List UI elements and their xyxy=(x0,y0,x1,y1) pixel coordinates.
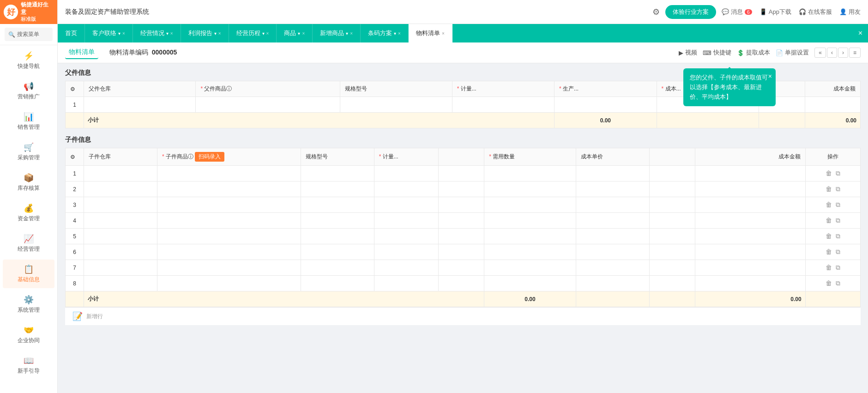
child-row-6: 6 🗑⧉ xyxy=(66,244,861,260)
sidebar-item-basic-info[interactable]: 📋 基础信息 xyxy=(3,260,54,288)
parent-subtotal-empty2 xyxy=(759,113,805,128)
close-icon[interactable]: × xyxy=(398,31,401,36)
close-icon[interactable]: × xyxy=(170,31,173,36)
sidebar-item-finance[interactable]: 💰 资金管理 xyxy=(3,199,54,227)
close-icon[interactable]: × xyxy=(266,31,269,36)
pager-next[interactable]: › xyxy=(838,48,848,58)
parent-row-1-spec[interactable] xyxy=(340,97,452,113)
child-row-1-spec[interactable] xyxy=(301,166,374,181)
close-all-tabs[interactable]: × xyxy=(853,29,868,37)
sidebar-item-enterprise[interactable]: 🤝 企业协同 xyxy=(3,320,54,349)
child-row-2-unit-cost[interactable] xyxy=(576,181,649,197)
child-row-2-goods[interactable] xyxy=(157,181,301,197)
tab-bom[interactable]: 物料清单 × xyxy=(409,24,452,42)
search-menu-button[interactable]: 🔍 搜索菜单 xyxy=(5,28,53,41)
delete-icon[interactable]: 🗑 xyxy=(826,248,832,256)
shortcut-action[interactable]: ⌨ 快捷键 xyxy=(703,48,731,57)
parent-row-1-production[interactable] xyxy=(555,97,657,113)
child-row-5: 5 🗑⧉ xyxy=(66,229,861,244)
online-service-action[interactable]: 🎧 在线客服 xyxy=(799,8,832,16)
copy-icon[interactable]: ⧉ xyxy=(836,248,840,256)
tab-goods[interactable]: 商品 ▾ × xyxy=(277,24,313,42)
pager-next-last[interactable]: ≡ xyxy=(849,48,861,58)
video-icon: ▶ xyxy=(679,49,683,56)
sidebar-item-inventory[interactable]: 📦 库存核算 xyxy=(3,168,54,197)
tab-history[interactable]: 经营历程 ▾ × xyxy=(229,24,277,42)
message-badge: 6 xyxy=(745,9,752,15)
tab-customer[interactable]: 客户联络 ▾ × xyxy=(85,24,133,42)
lightning-icon: ⚡ xyxy=(24,51,34,61)
user-action[interactable]: 👤 用友 xyxy=(839,8,861,16)
delete-icon[interactable]: 🗑 xyxy=(826,217,832,224)
chevron-down-icon: ▾ xyxy=(118,31,121,36)
child-row-2-warehouse[interactable] xyxy=(84,181,157,197)
child-row-7: 7 🗑⧉ xyxy=(66,260,861,276)
delete-icon[interactable]: 🗑 xyxy=(826,169,832,177)
message-action[interactable]: 💬 消息 6 xyxy=(722,8,752,16)
parent-col-settings[interactable]: ⚙ xyxy=(66,81,84,97)
child-row-2-unit[interactable] xyxy=(374,181,438,197)
copy-icon[interactable]: ⧉ xyxy=(836,264,840,272)
tooltip-close-btn[interactable]: × xyxy=(768,71,772,81)
sidebar-item-quick-nav[interactable]: ⚡ 快捷导航 xyxy=(3,46,54,75)
delete-icon[interactable]: 🗑 xyxy=(826,279,832,287)
parent-col-goods: * 父件商品ⓘ xyxy=(196,81,340,97)
system-name: 装备及固定资产辅助管理系统 xyxy=(65,8,647,16)
close-icon[interactable]: × xyxy=(122,31,125,36)
delete-icon[interactable]: 🗑 xyxy=(826,185,832,193)
close-icon[interactable]: × xyxy=(442,31,445,36)
pager-prev-first[interactable]: « xyxy=(814,48,826,58)
tab-barcode[interactable]: 条码方案 ▾ × xyxy=(361,24,409,42)
sidebar-item-purchase[interactable]: 🛒 采购管理 xyxy=(3,138,54,166)
settings-button[interactable]: ⚙ xyxy=(652,7,660,17)
delete-icon[interactable]: 🗑 xyxy=(826,201,832,209)
child-row-1-actions: 🗑⧉ xyxy=(805,166,860,181)
sidebar-item-sales[interactable]: 📊 销售管理 xyxy=(3,107,54,136)
child-row-2-spec[interactable] xyxy=(301,181,374,197)
tab-profit[interactable]: 利润报告 ▾ × xyxy=(181,24,229,42)
pager: « ‹ › ≡ xyxy=(814,48,861,58)
video-action[interactable]: ▶ 视频 xyxy=(679,48,697,57)
child-col-settings[interactable]: ⚙ xyxy=(66,148,84,166)
sidebar-logo: 好 畅捷通好生意 标准版 xyxy=(0,0,57,24)
child-row-1-goods[interactable] xyxy=(157,166,301,181)
experience-btn[interactable]: 体验行业方案 xyxy=(665,5,716,19)
child-subtotal-row: 小计 0.00 0.00 xyxy=(66,291,861,307)
parent-row-1-warehouse[interactable] xyxy=(84,97,196,113)
extract-cost-action[interactable]: 💲 提取成本 xyxy=(737,48,770,57)
sidebar-item-system[interactable]: ⚙️ 系统管理 xyxy=(3,290,54,319)
tab-operations[interactable]: 经营情况 ▾ × xyxy=(133,24,181,42)
parent-row-1-goods[interactable] xyxy=(196,97,340,113)
app-download-action[interactable]: 📱 App下载 xyxy=(760,8,791,16)
add-row-text[interactable]: 新增行 xyxy=(86,313,103,320)
sidebar-item-marketing[interactable]: 📢 营销推广 xyxy=(3,77,54,105)
copy-icon[interactable]: ⧉ xyxy=(836,169,840,177)
copy-icon[interactable]: ⧉ xyxy=(836,279,840,287)
child-row-1-warehouse[interactable] xyxy=(84,166,157,181)
sub-tab-bom-list[interactable]: 物料清单 xyxy=(65,46,98,59)
copy-icon[interactable]: ⧉ xyxy=(836,232,840,240)
tab-home[interactable]: 首页 xyxy=(58,24,85,42)
child-row-1-qty[interactable] xyxy=(484,166,576,181)
sidebar-item-guide[interactable]: 📖 新手引导 xyxy=(3,351,54,380)
sidebar-item-operations[interactable]: 📈 经营管理 xyxy=(3,229,54,258)
child-col-empty xyxy=(438,148,484,166)
doc-settings-action[interactable]: 📄 单据设置 xyxy=(776,48,809,57)
pager-prev[interactable]: ‹ xyxy=(827,48,837,58)
main-area: 装备及固定资产辅助管理系统 ⚙ 体验行业方案 💬 消息 6 📱 App下载 🎧 … xyxy=(58,0,868,393)
close-icon[interactable]: × xyxy=(218,31,221,36)
child-row-2-qty[interactable] xyxy=(484,181,576,197)
copy-icon[interactable]: ⧉ xyxy=(836,201,840,209)
child-row-1-unit[interactable] xyxy=(374,166,438,181)
copy-icon[interactable]: ⧉ xyxy=(836,217,840,224)
parent-row-1-unit[interactable] xyxy=(452,97,554,113)
close-icon[interactable]: × xyxy=(302,31,305,36)
copy-icon[interactable]: ⧉ xyxy=(836,185,840,193)
delete-icon[interactable]: 🗑 xyxy=(826,232,832,240)
delete-icon[interactable]: 🗑 xyxy=(826,264,832,272)
scan-input-btn[interactable]: 扫码录入 xyxy=(195,152,224,162)
child-row-1-unit-cost[interactable] xyxy=(576,166,649,181)
child-row-1-empty2 xyxy=(649,166,695,181)
tab-new-goods[interactable]: 新增商品 ▾ × xyxy=(313,24,361,42)
close-icon[interactable]: × xyxy=(350,31,353,36)
